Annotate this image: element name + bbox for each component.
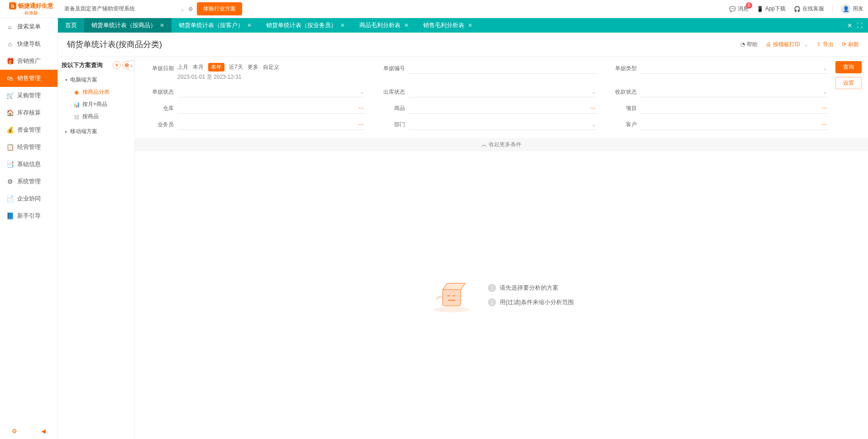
- sidebar-item-1[interactable]: ⌂快捷导航: [0, 35, 57, 52]
- tab-4[interactable]: 商品毛利分析表✕: [352, 18, 416, 33]
- brand: b 畅捷通好生意 标准版: [5, 0, 58, 18]
- filter-input-customer[interactable]: ⋯: [640, 119, 827, 130]
- sidebar-item-label: 企业协同: [17, 195, 41, 203]
- filter-input-warehouse[interactable]: ⋯: [177, 103, 364, 114]
- user-menu[interactable]: 👤 用友: [841, 4, 863, 14]
- sidebar-item-10[interactable]: 📄企业协同: [0, 190, 57, 207]
- chevron-down-icon: ⌄: [591, 121, 596, 128]
- filter-label-doctype: 单据类型: [605, 63, 637, 72]
- app-download-link[interactable]: 📱 App下载: [757, 5, 786, 13]
- close-all-tabs-icon[interactable]: ✕: [847, 22, 852, 29]
- query-button[interactable]: 查询: [835, 61, 862, 73]
- tab-3[interactable]: 销货单统计表（按业务员）✕: [259, 18, 352, 33]
- date-recent-7[interactable]: 近7天: [229, 63, 243, 71]
- work-area: 按以下方案查询 + ⊚ « ▾电脑端方案 ◉按商品分类 📊按月+商品 ▤按商品: [58, 56, 868, 439]
- settings-button[interactable]: 设置: [835, 77, 862, 89]
- tree-leaf-product[interactable]: ▤按商品: [72, 110, 131, 123]
- filter-label-docno: 单据编号: [373, 63, 405, 72]
- filter-input-project[interactable]: ⋯: [640, 103, 827, 114]
- tree-group-mobile[interactable]: ▸移动端方案: [63, 125, 131, 138]
- collapse-filters-button[interactable]: ︽ 收起更多条件: [135, 138, 868, 151]
- more-icon: ⋯: [358, 105, 364, 111]
- sidebar-item-11[interactable]: 📘新手引导: [0, 207, 57, 224]
- tab-2[interactable]: 销货单统计表（按客户）✕: [172, 18, 259, 33]
- date-more[interactable]: 更多: [248, 63, 258, 71]
- help-link[interactable]: ◔帮助: [740, 41, 758, 48]
- filter-grid: 查询 设置 单据日期 上月 本月 本年: [135, 57, 868, 138]
- sidebar-item-6[interactable]: 💰资金管理: [0, 121, 57, 138]
- chart-icon: 📊: [73, 101, 80, 108]
- tree-leaf-product-category[interactable]: ◉按商品分类: [72, 86, 131, 98]
- filter-input-docno[interactable]: [409, 63, 596, 74]
- sidebar-icon: 🛍: [6, 75, 14, 82]
- settings-icon[interactable]: ⚙: [12, 428, 17, 434]
- sidebar-item-label: 采购管理: [17, 91, 41, 100]
- filter-input-paystatus[interactable]: ⌄: [640, 86, 827, 97]
- refresh-button[interactable]: ⟳刷新: [842, 41, 859, 48]
- filter-input-doctype[interactable]: ⌄: [640, 63, 827, 74]
- date-this-month[interactable]: 本月: [193, 63, 204, 71]
- sidebar-item-3[interactable]: 🛍销售管理: [0, 70, 57, 87]
- date-this-year[interactable]: 本年: [208, 63, 224, 72]
- system-selector[interactable]: 装备及固定资产辅助管理系统 ⌄ ⚙ 体验行业方案: [64, 2, 242, 15]
- filter-input-dept[interactable]: ⌄: [409, 119, 596, 130]
- date-custom[interactable]: 自定义: [263, 63, 279, 71]
- collapse-sidebar-icon[interactable]: ◀: [41, 428, 46, 434]
- gear-icon[interactable]: ⚙: [188, 6, 193, 12]
- app-download-label: App下载: [765, 5, 786, 13]
- industry-plan-button[interactable]: 体验行业方案: [197, 2, 242, 15]
- sidebar-item-4[interactable]: 🛒采购管理: [0, 87, 57, 104]
- sidebar-item-7[interactable]: 📋经营管理: [0, 138, 57, 156]
- sidebar-item-2[interactable]: 🎁营销推广: [0, 52, 57, 70]
- more-icon: ⋯: [821, 105, 827, 111]
- tab-5[interactable]: 销售毛利分析表✕: [416, 18, 480, 33]
- tab-label: 销售毛利分析表: [423, 21, 464, 29]
- fullscreen-icon[interactable]: ⛶: [857, 22, 863, 29]
- tree-leaf-month-product[interactable]: 📊按月+商品: [72, 98, 131, 110]
- tab-label: 销货单统计表（按业务员）: [266, 21, 337, 29]
- scheme-header: 按以下方案查询 + ⊚: [62, 61, 131, 69]
- sidebar-item-9[interactable]: ⚙系统管理: [0, 173, 57, 190]
- print-button[interactable]: 🖨按模板打印⌄: [766, 41, 808, 48]
- tab-1[interactable]: 销货单统计表（按商品）✕: [84, 18, 172, 33]
- sidebar-item-label: 基础信息: [17, 160, 41, 168]
- close-icon[interactable]: ✕: [468, 22, 472, 29]
- step-2-badge: 2: [488, 298, 496, 306]
- sidebar-item-label: 库存核算: [17, 109, 41, 117]
- svg-rect-1: [443, 290, 461, 306]
- filter-label-docstatus: 单据状态: [142, 86, 174, 96]
- tree-group-pc[interactable]: ▾电脑端方案: [63, 74, 131, 86]
- sidebar-item-8[interactable]: 📑基础信息: [0, 156, 57, 173]
- sidebar-item-0[interactable]: ⌕搜索菜单: [0, 18, 57, 35]
- filter-input-sales[interactable]: ⋯: [177, 119, 364, 130]
- refresh-label: 刷新: [848, 41, 859, 48]
- date-preset-pills: 上月 本月 本年 近7天 更多 自定义: [177, 63, 364, 72]
- support-link[interactable]: 🎧 在线客服: [794, 5, 824, 13]
- close-icon[interactable]: ✕: [160, 22, 164, 29]
- close-icon[interactable]: ✕: [247, 22, 252, 29]
- message-icon: 💬: [729, 6, 736, 12]
- tab-label: 销货单统计表（按客户）: [179, 21, 243, 29]
- target-icon: ◉: [73, 89, 80, 95]
- svg-marker-2: [443, 283, 465, 290]
- sidebar-item-label: 搜索菜单: [17, 23, 41, 31]
- tab-0[interactable]: 首页: [58, 18, 84, 33]
- add-scheme-button[interactable]: +: [113, 61, 121, 69]
- filter-input-outstatus[interactable]: ⌄: [409, 86, 596, 97]
- close-icon[interactable]: ✕: [404, 22, 409, 29]
- svg-point-0: [434, 307, 470, 312]
- tree-group-pc-label: 电脑端方案: [70, 76, 97, 84]
- support-label: 在线客服: [802, 5, 824, 13]
- filter-label-warehouse: 仓库: [142, 103, 174, 112]
- export-button[interactable]: ⇪导出: [816, 41, 834, 48]
- filter-input-docstatus[interactable]: ⌄: [177, 86, 364, 97]
- date-last-month[interactable]: 上月: [177, 63, 188, 71]
- filter-input-product[interactable]: ⋯: [409, 103, 596, 114]
- filter-label-product: 商品: [373, 103, 405, 112]
- messages-link[interactable]: 💬 消息 6: [729, 5, 749, 13]
- collapse-scheme-panel[interactable]: «: [129, 60, 135, 71]
- close-icon[interactable]: ✕: [340, 22, 345, 29]
- sidebar-item-label: 新手引导: [17, 212, 41, 220]
- sidebar-item-5[interactable]: 🏠库存核算: [0, 104, 57, 121]
- date-range-display: 2023-01-01 至 2023-12-31: [177, 73, 364, 81]
